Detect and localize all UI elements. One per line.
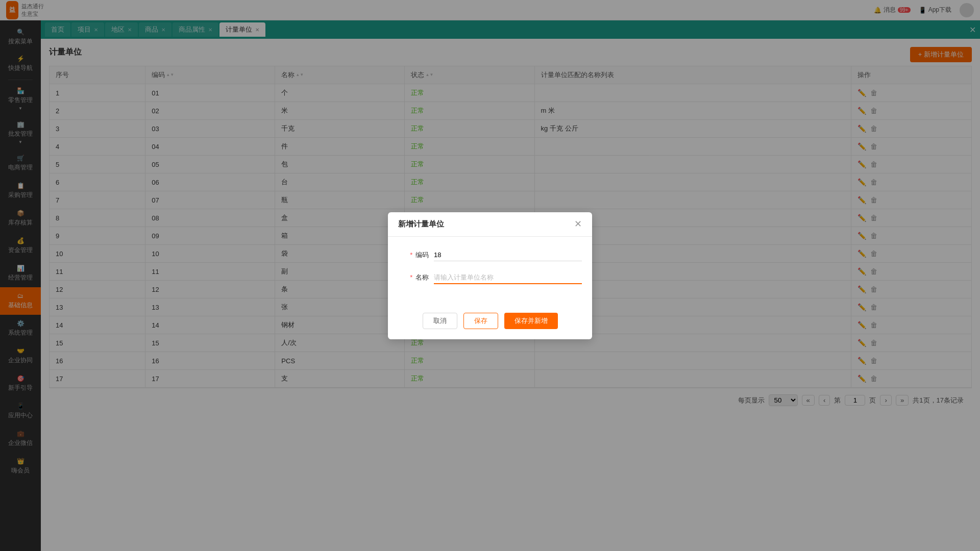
- name-input[interactable]: [434, 271, 582, 284]
- code-required-mark: *: [410, 251, 412, 259]
- cancel-button[interactable]: 取消: [423, 313, 457, 329]
- code-input[interactable]: [434, 249, 582, 261]
- modal-header: 新增计量单位 ✕: [388, 212, 592, 237]
- modal-overlay[interactable]: 新增计量单位 ✕ * 编码 * 名称 取消 保存 保存并新增: [0, 0, 980, 551]
- save-new-button[interactable]: 保存并新增: [504, 313, 558, 329]
- code-label: * 编码: [398, 251, 429, 260]
- name-label: * 名称: [398, 273, 429, 282]
- modal-close-button[interactable]: ✕: [574, 219, 582, 229]
- modal-title: 新增计量单位: [398, 219, 444, 229]
- name-required-mark: *: [410, 273, 412, 281]
- modal-footer: 取消 保存 保存并新增: [388, 307, 592, 339]
- code-form-row: * 编码: [398, 249, 582, 261]
- name-form-row: * 名称: [398, 271, 582, 284]
- save-button[interactable]: 保存: [463, 313, 498, 329]
- add-unit-modal: 新增计量单位 ✕ * 编码 * 名称 取消 保存 保存并新增: [388, 212, 592, 339]
- modal-body: * 编码 * 名称: [388, 237, 592, 307]
